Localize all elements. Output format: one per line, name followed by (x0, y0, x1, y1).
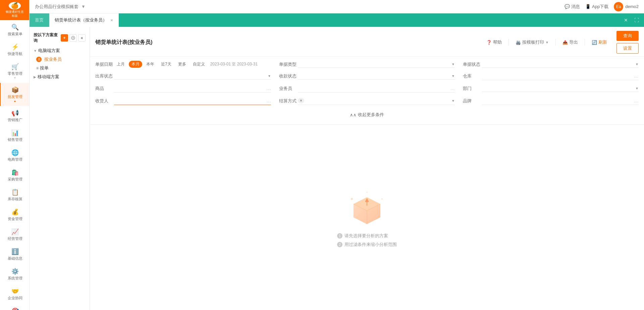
sidebar-item-label: 销售管理 (8, 137, 22, 142)
sidebar-item-label: 采购管理 (8, 177, 22, 182)
pay-status-chevron-icon: ▼ (451, 74, 455, 78)
newbie-icon: 🎯 (11, 307, 19, 310)
marketing-icon: 📢 (11, 109, 19, 117)
tab-sales-stat[interactable]: 销货单统计表（按业务员） ✕ (49, 13, 119, 27)
filter-row-3: 商品 … 业务员 … (95, 84, 639, 93)
collapse-panel-btn[interactable]: « (78, 34, 86, 42)
help-btn[interactable]: ❓ 帮助 (486, 39, 502, 45)
goods-label: 商品 (95, 86, 114, 92)
sidebar-item-enterprise[interactable]: 🤝 企业协同 (0, 284, 29, 304)
out-status-label: 出库状态 (95, 73, 114, 79)
collapse-bar[interactable]: ∧∧ 收起更多条件 (95, 109, 639, 120)
empty-illustration (347, 187, 387, 227)
tree-label-pc: 电脑端方案 (38, 48, 60, 54)
brand-field[interactable]: … (482, 97, 639, 105)
date-tab-more[interactable]: 更多 (175, 61, 189, 68)
tree-item-salesperson[interactable]: 员 按业务员 (30, 55, 90, 64)
messages-btn[interactable]: 💬 消息 (565, 4, 580, 10)
tab-close-icon[interactable]: ✕ (110, 18, 113, 22)
sidebar-item-label: 经营管理 (8, 236, 22, 241)
sidebar-item-wholesale[interactable]: 📦 批发管理 ▲ (0, 83, 29, 106)
pay-status-field[interactable]: ▼ (298, 73, 455, 80)
print-btn[interactable]: 🖨️ 按模板打印 ▼ (516, 39, 549, 45)
warehouse-field[interactable]: … (482, 72, 639, 80)
sidebar-item-inventory[interactable]: 📋 库存核算 (0, 185, 29, 205)
tab-home[interactable]: 首页 (30, 13, 49, 27)
date-tab-7days[interactable]: 近7天 (158, 61, 174, 68)
content-area: 按以下方案查询 + « ▼ 电脑端方案 (30, 27, 644, 310)
out-status-field[interactable]: ▼ (114, 73, 271, 80)
sidebar-item-newbie[interactable]: 🎯 新手引导 (0, 304, 29, 310)
filter-warehouse: 仓库 … (463, 72, 639, 80)
inventory-icon: 📋 (11, 189, 19, 196)
status-field[interactable]: ▼ (482, 61, 639, 68)
sidebar-item-label: 资金管理 (8, 216, 22, 221)
sidebar-item-label: 零售管理 (8, 71, 22, 76)
ecommerce-icon: 🌐 (11, 149, 19, 156)
sidebar-item-label: 企业协同 (8, 296, 22, 301)
page-header: 销货单统计表(按业务员) ❓ 帮助 🖨️ 按模板打印 ▼ 📤 (90, 27, 644, 57)
settle-clear-tag[interactable]: × (298, 98, 304, 103)
sidebar-item-basic[interactable]: ℹ️ 基础信息 (0, 245, 29, 264)
topbar: 办公用品行业模拟账套 ▼ 💬 消息 📱 App下载 Ea demo2 (30, 0, 644, 13)
tree-item-pc[interactable]: ▼ 电脑端方案 (30, 46, 90, 55)
refresh-btn[interactable]: 🔄 刷新 (592, 39, 607, 45)
sidebar-item-ecommerce[interactable]: 🌐 电商管理 (0, 146, 29, 165)
consignee-field[interactable]: … (114, 97, 271, 105)
svg-point-9 (381, 198, 383, 200)
app-download-btn[interactable]: 📱 App下载 (585, 4, 608, 10)
sidebar-item-system[interactable]: ⚙️ 系统管理 (0, 264, 29, 284)
empty-hint-1: 1 请先选择要分析的方案 (337, 233, 397, 239)
salesperson-dots-icon: … (450, 86, 455, 91)
tree-item-mobile[interactable]: ▶ 移动端方案 (30, 72, 90, 81)
sidebar-item-label: 库存核算 (8, 197, 22, 202)
date-tab-custom[interactable]: 自定义 (190, 61, 208, 68)
filter-row-2: 出库状态 ▼ 收款状态 ▼ (95, 72, 639, 80)
tree-arrow-pc: ▼ (34, 49, 37, 53)
sidebar-item-sales[interactable]: 📊 销售管理 (0, 126, 29, 146)
btn-area: 查询 设置 (611, 31, 639, 54)
date-tab-this-month[interactable]: 本月 (129, 61, 142, 68)
settle-tag-x[interactable]: × (300, 98, 302, 103)
export-icon: 📤 (562, 40, 568, 45)
date-tab-this-year[interactable]: 本年 (144, 61, 157, 68)
sidebar-item-finance[interactable]: 💰 资金管理 (0, 205, 29, 225)
logo-icon: 🍊 (9, 2, 21, 9)
print-chevron-icon: ▼ (545, 41, 549, 44)
sidebar: 🍊 畅捷通好生意 标版 🔍 搜索菜单 ⚡ 快捷导航 🛒 零售管理 ▼ 📦 批发管… (0, 0, 30, 310)
query-button[interactable]: 查询 (616, 31, 639, 41)
type-field[interactable]: ▼ (298, 61, 455, 68)
date-tab-last-month[interactable]: 上月 (114, 61, 127, 68)
sidebar-item-purchase[interactable]: 🛍️ 采购管理 (0, 165, 29, 185)
salesperson-label: 业务员 (279, 86, 298, 92)
goods-field[interactable]: … (114, 84, 271, 93)
sidebar-item-search[interactable]: 🔍 搜索菜单 (0, 20, 29, 40)
dept-field[interactable]: ▼ (482, 85, 639, 92)
sidebar-item-label: 基础信息 (8, 256, 22, 261)
main-wrap: 办公用品行业模拟账套 ▼ 💬 消息 📱 App下载 Ea demo2 首页 (30, 0, 644, 310)
minimize-tab-btn[interactable]: ✕ (621, 15, 631, 25)
expand-tab-btn[interactable]: ⛶ (632, 15, 641, 25)
sidebar-item-label: 电商管理 (8, 157, 22, 162)
sidebar-item-shortcuts[interactable]: ⚡ 快捷导航 (0, 40, 29, 60)
user-profile[interactable]: Ea demo2 (614, 2, 639, 11)
sidebar-item-marketing[interactable]: 📢 营销推广 (0, 106, 29, 126)
filter-row-4: 收货人 … 结算方式 × (95, 97, 639, 105)
sidebar-item-retail[interactable]: 🛒 零售管理 ▼ (0, 60, 29, 83)
edit-scheme-btn[interactable] (69, 34, 77, 42)
settle-field[interactable]: × ▼ (298, 97, 455, 105)
add-scheme-btn[interactable]: + (61, 34, 68, 42)
page-actions: ❓ 帮助 🖨️ 按模板打印 ▼ 📤 导出 (486, 31, 639, 54)
out-status-chevron-icon: ▼ (268, 74, 271, 78)
filter-dept: 部门 ▼ (463, 85, 639, 92)
empty-hint-2: 2 用过滤条件来缩小分析范围 (337, 242, 397, 248)
settings-button[interactable]: 设置 (616, 43, 639, 54)
dropdown-icon[interactable]: ▼ (81, 4, 86, 9)
export-btn[interactable]: 📤 导出 (562, 39, 578, 45)
logo-text: 畅捷通好生意 (6, 10, 24, 14)
refresh-icon: 🔄 (592, 40, 597, 45)
tab-home-label: 首页 (35, 17, 44, 23)
sidebar-item-operations[interactable]: 📈 经营管理 (0, 225, 29, 245)
tree-item-by-order[interactable]: ≡ 按单 (30, 64, 90, 72)
salesperson-field[interactable]: … (298, 84, 455, 93)
